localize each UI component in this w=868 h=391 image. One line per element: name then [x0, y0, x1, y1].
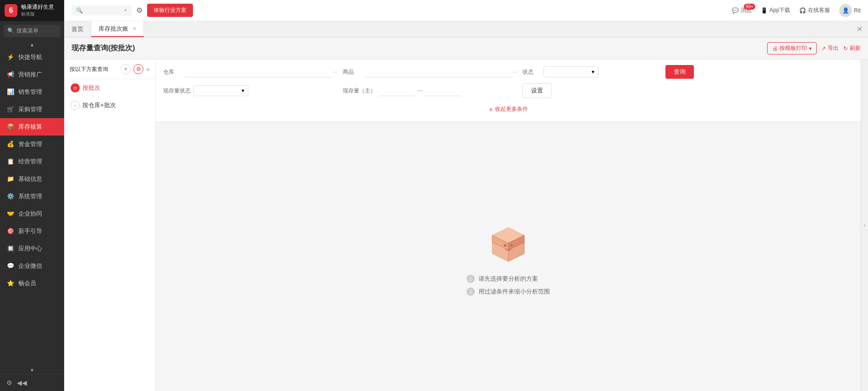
purchase-label: 采购管理 [18, 105, 42, 114]
quick-nav-label: 快捷导航 [18, 53, 42, 61]
refresh-label: 刷新 [850, 44, 861, 52]
topbar-dropdown-icon[interactable]: ▾ [124, 7, 127, 13]
sidebar-item-wechat[interactable]: 💬 企业微信 [0, 257, 64, 275]
sidebar-item-inventory[interactable]: 📦 库存核算 [0, 118, 64, 136]
customer-service-button[interactable]: 🎧 在线客服 [799, 6, 830, 14]
left-panel-collapse-button[interactable]: » [146, 65, 150, 73]
tab-inventory-batch[interactable]: 库存批次账 × [91, 21, 144, 37]
left-panel: 按以下方案查询 + ⚙ » ⊙ 按批次 [64, 60, 156, 391]
sidebar-item-marketing[interactable]: 📢 营销推广 [0, 66, 64, 83]
product-filter: 商品 ··· [343, 67, 517, 77]
page-actions: 🖨 按模板打印 ▾ ↗ 导出 ↻ 刷新 [767, 42, 861, 54]
app-center-icon: 🔲 [6, 244, 15, 253]
sidebar-item-newbie[interactable]: 🎯 新手引导 [0, 223, 64, 240]
messages-button[interactable]: 💬 消息 99+ [732, 6, 752, 14]
finance-label: 资金管理 [18, 140, 42, 148]
add-plan-button[interactable]: + [121, 64, 131, 74]
sales-icon: 📊 [6, 88, 15, 96]
status-dropdown[interactable]: ▾ [544, 66, 599, 77]
filter-row-1: 仓库 ··· 商品 ··· 状态 [163, 65, 853, 79]
marketing-icon: 📢 [6, 71, 15, 79]
sidebar-item-app-center[interactable]: 🔲 应用中心 [0, 240, 64, 257]
tab-close-button[interactable]: × [133, 26, 136, 32]
query-button[interactable]: 查询 [665, 65, 694, 79]
plan-warehouse-icon: ○ [71, 101, 80, 110]
collapse-more-button[interactable]: ∧ 收起更多条件 [163, 103, 853, 116]
collapse-icon: ∧ [489, 106, 493, 113]
sidebar-item-enterprise[interactable]: 🤝 企业协同 [0, 205, 64, 223]
sidebar-item-membership[interactable]: ⭐ 畅会员 [0, 275, 64, 292]
app-download-button[interactable]: 📱 App下载 [761, 6, 790, 14]
plan-item-warehouse-batch[interactable]: ○ 按仓库+批次 [64, 97, 155, 114]
sidebar-search-label: 搜索菜单 [16, 27, 38, 35]
enterprise-icon: 🤝 [6, 210, 15, 218]
newbie-icon: 🎯 [6, 227, 15, 235]
sidebar-item-basic[interactable]: 📁 基础信息 [0, 170, 64, 188]
sidebar-item-sales[interactable]: 📊 销售管理 [0, 83, 64, 101]
sidebar-item-system[interactable]: ⚙️ 系统管理 [0, 188, 64, 205]
stock-status-dropdown[interactable]: ▾ [193, 85, 248, 96]
topbar-search-area[interactable]: 🔍 ▾ [71, 5, 132, 16]
empty-hint-1: 1 请先选择要分析的方案 [467, 275, 550, 283]
settings-icon: ⚙ [136, 66, 141, 72]
sidebar-item-finance[interactable]: 💰 资金管理 [0, 136, 64, 153]
tab-home[interactable]: 首页 [64, 21, 91, 37]
app-download-label: App下载 [769, 6, 790, 14]
app-logo: 6 [5, 4, 17, 17]
sidebar-item-quick-nav[interactable]: ⚡ 快捷导航 [0, 49, 64, 66]
scroll-up-button[interactable]: ▲ [0, 41, 64, 49]
product-input[interactable] [364, 67, 512, 77]
tab-inventory-batch-label: 库存批次账 [99, 25, 128, 33]
sidebar-item-purchase[interactable]: 🛒 采购管理 [0, 101, 64, 118]
print-label: 按模板打印 [780, 44, 807, 52]
stock-qty-max-input[interactable] [424, 86, 461, 96]
product-more-button[interactable]: ··· [512, 69, 517, 75]
sidebar-nav: ⚡ 快捷导航 📢 营销推广 📊 销售管理 🛒 采购管理 📦 库存核算 💰 资金管… [0, 49, 64, 366]
empty-hint-2: 2 用过滤条件来缩小分析范围 [467, 288, 550, 296]
stock-qty-min-input[interactable] [379, 86, 415, 96]
empty-illustration [483, 217, 533, 267]
plan-settings-button[interactable]: ⚙ [133, 64, 143, 74]
topbar-gear-icon[interactable]: ⚙ [136, 6, 143, 15]
sidebar-settings-icon[interactable]: ⚙ [6, 379, 12, 386]
stock-qty-divider: — [415, 87, 424, 94]
avatar-icon: 👤 [842, 7, 849, 14]
wechat-label: 企业微信 [18, 262, 42, 270]
main-content: 🔍 ▾ ⚙ 体验行业方案 💬 消息 99+ 📱 App下载 🎧 在线客服 [64, 0, 868, 391]
purchase-icon: 🛒 [6, 105, 15, 114]
plan-batch-label: 按批次 [82, 84, 100, 92]
panel-close-button[interactable]: ✕ [851, 21, 868, 37]
operations-label: 经营管理 [18, 157, 42, 166]
sidebar-collapse-icon[interactable]: ◀◀ [17, 379, 27, 386]
right-edge-toggle[interactable]: › [861, 60, 868, 391]
export-label: 导出 [828, 44, 839, 52]
topbar-search-input[interactable] [85, 7, 122, 14]
settings-button[interactable]: 设置 [522, 83, 552, 98]
empty-svg-icon [483, 217, 533, 267]
status-dropdown-icon: ▾ [592, 69, 594, 75]
empty-hint-1-label: 请先选择要分析的方案 [478, 275, 538, 283]
messages-badge: 99+ [744, 4, 755, 10]
sidebar-search[interactable]: 🔍 搜索菜单 [4, 25, 60, 37]
warehouse-more-button[interactable]: ··· [333, 69, 337, 75]
export-button[interactable]: ↗ 导出 [821, 44, 839, 52]
warehouse-input[interactable] [184, 67, 333, 77]
scroll-down-button[interactable]: ▼ [0, 366, 64, 374]
operations-icon: 📋 [6, 157, 15, 166]
left-panel-title: 按以下方案查询 [70, 65, 108, 73]
finance-icon: 💰 [6, 140, 15, 148]
refresh-button[interactable]: ↻ 刷新 [843, 44, 861, 52]
print-dropdown-icon: ▾ [809, 45, 812, 52]
phone-icon: 📱 [761, 7, 768, 14]
sidebar-item-operations[interactable]: 📋 经营管理 [0, 153, 64, 170]
print-button[interactable]: 🖨 按模板打印 ▾ [767, 42, 817, 54]
customer-service-label: 在线客服 [808, 6, 830, 14]
membership-label: 畅会员 [18, 279, 36, 288]
trial-button[interactable]: 体验行业方案 [147, 4, 193, 17]
plan-item-batch[interactable]: ⊙ 按批次 [64, 79, 155, 97]
sidebar: 6 畅康通好生意 标准版 🔍 搜索菜单 ▲ ⚡ 快捷导航 📢 营销推广 📊 销售… [0, 0, 64, 391]
user-menu[interactable]: 👤 Rit [839, 4, 861, 17]
enterprise-label: 企业协同 [18, 210, 42, 218]
sales-label: 销售管理 [18, 88, 42, 96]
right-panel: 仓库 ··· 商品 ··· 状态 [156, 60, 861, 391]
